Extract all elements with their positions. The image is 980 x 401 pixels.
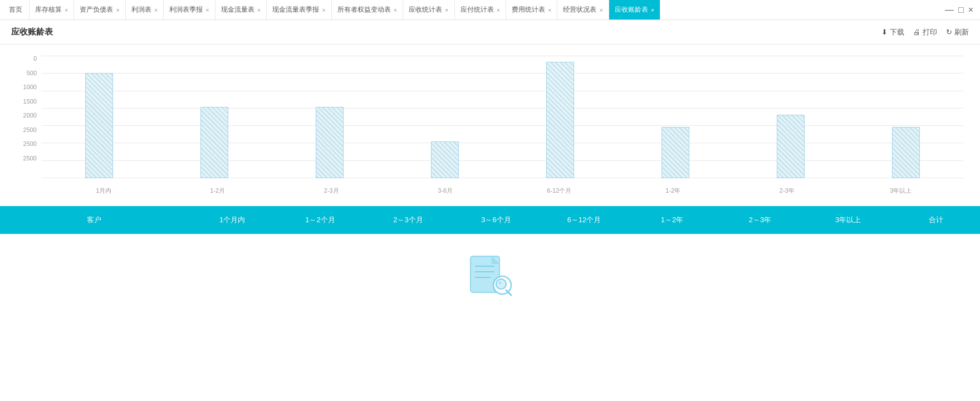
tab-close-profit-quarterly[interactable]: × xyxy=(205,7,209,13)
bar-4 xyxy=(546,62,574,178)
bar-7 xyxy=(892,127,920,178)
window-controls: — □ × xyxy=(945,5,978,15)
minimize-icon[interactable]: — xyxy=(945,5,954,15)
tab-home[interactable]: 首页 xyxy=(2,0,30,20)
close-icon[interactable]: × xyxy=(968,5,973,15)
main-content: 2500 2500 2500 2000 1500 1000 500 0 xyxy=(0,45,980,401)
th-total: 合计 xyxy=(892,207,980,233)
tab-close-ar-stats[interactable]: × xyxy=(445,7,448,13)
bar-3 xyxy=(431,141,459,178)
refresh-icon: ↻ xyxy=(946,28,952,36)
x-label-4: 6-12个月 xyxy=(542,187,576,195)
tab-close-cashflow[interactable]: × xyxy=(257,7,261,13)
tab-balance[interactable]: 资产负债表× xyxy=(74,0,125,20)
chart-inner: 1月内1-2月2-3月3-6月6-12个月1-2年2-3年3年以上 xyxy=(41,56,963,195)
bar-2 xyxy=(316,107,344,178)
empty-state xyxy=(0,234,980,401)
tab-close-expense-stats[interactable]: × xyxy=(548,7,551,13)
x-label-0: 1月内 xyxy=(87,187,120,195)
tab-profit[interactable]: 利润表× xyxy=(126,0,164,20)
tab-ar-stats[interactable]: 应收统计表× xyxy=(403,0,454,20)
th-year3: 3年以上 xyxy=(804,207,892,233)
tab-equity[interactable]: 所有者权益变动表× xyxy=(332,0,403,20)
svg-point-6 xyxy=(496,279,506,289)
tab-close-equity[interactable]: × xyxy=(394,7,397,13)
tab-cashflow-quarterly[interactable]: 现金流量表季报× xyxy=(267,0,331,20)
th-year1: 1～2年 xyxy=(628,207,716,233)
tab-profit-quarterly[interactable]: 利润表季报× xyxy=(164,0,215,20)
x-label-7: 3年以上 xyxy=(884,187,918,195)
tab-close-balance[interactable]: × xyxy=(116,7,119,13)
x-label-1: 1-2月 xyxy=(201,187,234,195)
bar-1 xyxy=(200,107,228,178)
x-label-3: 3-6月 xyxy=(429,187,462,195)
tab-close-ap-stats[interactable]: × xyxy=(497,7,500,13)
print-icon: 🖨 xyxy=(913,28,920,36)
x-label-5: 1-2年 xyxy=(656,187,690,195)
bar-0 xyxy=(85,73,113,178)
tab-ar-aging[interactable]: 应收账龄表× xyxy=(609,0,660,20)
tab-inventory[interactable]: 库存核算× xyxy=(30,0,74,20)
tab-close-profit[interactable]: × xyxy=(154,7,158,13)
refresh-button[interactable]: ↻ 刷新 xyxy=(946,27,969,37)
th-month2: 1～2个月 xyxy=(276,207,364,233)
tab-close-inventory[interactable]: × xyxy=(65,7,68,13)
svg-point-8 xyxy=(499,282,501,284)
chart-y-axis: 2500 2500 2500 2000 1500 1000 500 0 xyxy=(17,56,37,178)
empty-illustration-icon xyxy=(462,251,518,301)
x-labels: 1月内1-2月2-3月3-6月6-12个月1-2年2-3年3年以上 xyxy=(41,187,963,195)
bars-container xyxy=(41,56,963,178)
th-month5: 6～12个月 xyxy=(540,207,628,233)
page-header: 应收账龄表 ⬇ 下载 🖨 打印 ↻ 刷新 xyxy=(0,20,980,45)
page-title: 应收账龄表 xyxy=(11,27,53,37)
download-button[interactable]: ⬇ 下载 xyxy=(881,27,904,37)
chart-area: 2500 2500 2500 2000 1500 1000 500 0 xyxy=(0,45,980,206)
tab-close-ar-aging[interactable]: × xyxy=(651,7,654,13)
tab-cashflow[interactable]: 现金流量表× xyxy=(215,0,267,20)
tab-close-operations[interactable]: × xyxy=(599,7,602,13)
tab-expense-stats[interactable]: 费用统计表× xyxy=(506,0,557,20)
header-actions: ⬇ 下载 🖨 打印 ↻ 刷新 xyxy=(881,27,969,37)
tab-bar: 首页 库存核算×资产负债表×利润表×利润表季报×现金流量表×现金流量表季报×所有… xyxy=(0,0,980,20)
th-month4: 3～6个月 xyxy=(452,207,540,233)
bar-5 xyxy=(661,127,689,178)
download-icon: ⬇ xyxy=(881,28,888,36)
th-month3: 2～3个月 xyxy=(364,207,452,233)
maximize-icon[interactable]: □ xyxy=(958,5,964,15)
tab-operations[interactable]: 经营状况表× xyxy=(557,0,609,20)
x-label-6: 2-3年 xyxy=(770,187,803,195)
x-label-2: 2-3月 xyxy=(315,187,348,195)
bar-6 xyxy=(777,115,805,178)
table-header: 客户 1个月内 1～2个月 2～3个月 3～6个月 6～12个月 1～2年 2～… xyxy=(0,206,980,234)
tab-ap-stats[interactable]: 应付统计表× xyxy=(455,0,506,20)
print-button[interactable]: 🖨 打印 xyxy=(913,27,937,37)
th-customer: 客户 xyxy=(0,207,188,233)
tab-close-cashflow-quarterly[interactable]: × xyxy=(322,7,325,13)
th-month1: 1个月内 xyxy=(188,207,276,233)
th-year2: 2～3年 xyxy=(716,207,804,233)
